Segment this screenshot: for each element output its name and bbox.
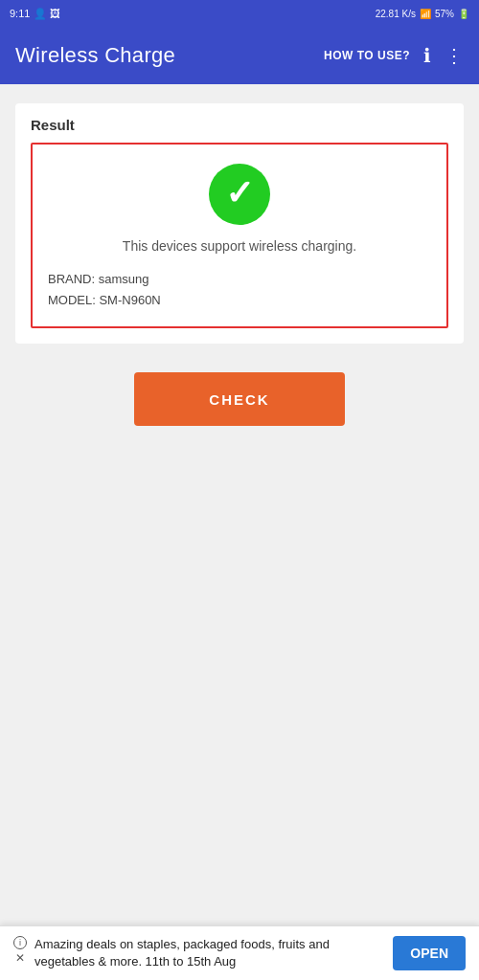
status-time: 9:11 👤 🖼 <box>10 8 60 20</box>
battery-icon: 🔋 <box>458 9 469 19</box>
status-right: 22.81 K/s 📶 57% 🔋 <box>376 9 469 19</box>
time-text: 9:11 <box>10 8 30 19</box>
success-circle: ✓ <box>209 164 270 225</box>
ad-info-area[interactable]: i ✕ <box>13 936 27 965</box>
check-button-wrapper: CHECK <box>15 372 464 426</box>
check-button[interactable]: CHECK <box>134 372 345 426</box>
how-to-use-button[interactable]: HOW TO USE? <box>324 49 410 62</box>
info-icon[interactable]: ℹ <box>423 44 431 67</box>
brand-info: BRAND: samsung <box>48 269 161 290</box>
result-card: Result ✓ This devices support wireless c… <box>15 103 464 344</box>
main-content: Result ✓ This devices support wireless c… <box>0 84 479 967</box>
menu-icon[interactable]: ⋮ <box>445 44 464 67</box>
notification-icons: 👤 🖼 <box>34 8 60 20</box>
signal-icon: 📶 <box>420 9 431 19</box>
ad-banner: i ✕ Amazing deals on staples, packaged f… <box>0 925 479 980</box>
device-info: BRAND: samsung MODEL: SM-N960N <box>48 269 161 311</box>
app-bar-actions: HOW TO USE? ℹ ⋮ <box>324 44 464 67</box>
ad-open-button[interactable]: OPEN <box>393 936 466 970</box>
ad-text: Amazing deals on staples, packaged foods… <box>34 936 381 970</box>
network-speed: 22.81 K/s <box>376 9 416 19</box>
checkmark-icon: ✓ <box>225 176 254 211</box>
ad-info-icon: i <box>13 936 27 949</box>
ad-left: i ✕ Amazing deals on staples, packaged f… <box>13 936 381 970</box>
ad-close-icon[interactable]: ✕ <box>15 951 25 965</box>
app-title: Wireless Charge <box>15 43 175 68</box>
result-label: Result <box>31 117 448 133</box>
app-bar: Wireless Charge HOW TO USE? ℹ ⋮ <box>0 27 479 84</box>
battery-text: 57% <box>435 9 454 19</box>
status-bar: 9:11 👤 🖼 22.81 K/s 📶 57% 🔋 <box>0 0 479 27</box>
model-info: MODEL: SM-N960N <box>48 290 161 311</box>
banner-spacer <box>15 426 464 502</box>
result-box: ✓ This devices support wireless charging… <box>31 143 448 328</box>
ad-info-label: i <box>19 938 21 947</box>
support-text: This devices support wireless charging. <box>123 238 356 254</box>
